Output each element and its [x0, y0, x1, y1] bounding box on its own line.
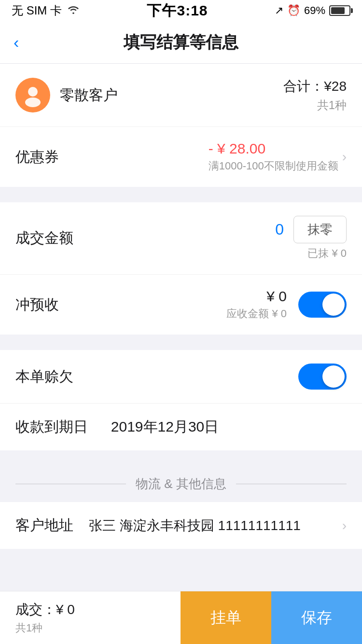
customer-row: 零散客户 合计：¥28 共1种	[0, 64, 362, 126]
avatar	[15, 78, 50, 112]
battery-percent: 69%	[304, 4, 325, 17]
total-count: 共1种	[283, 98, 347, 113]
svg-point-0	[28, 87, 38, 97]
svg-point-1	[25, 98, 41, 107]
wifi-icon	[67, 4, 80, 17]
customer-total: 合计：¥28 共1种	[283, 77, 347, 113]
separator-2	[0, 342, 362, 350]
debt-toggle-knob	[322, 365, 345, 388]
toggle-knob	[322, 294, 345, 316]
transaction-row: 成交金额 0 抹零 已抹 ¥ 0	[0, 202, 362, 275]
alarm-icon: ⏰	[287, 4, 300, 17]
already-rounded: 已抹 ¥ 0	[307, 246, 347, 261]
prepay-sublabel: 应收金额 ¥ 0	[226, 307, 287, 321]
battery-fill	[331, 7, 345, 14]
bottom-count: 共1种	[15, 621, 165, 635]
transaction-label: 成交金额	[15, 228, 73, 248]
transaction-section: 成交金额 0 抹零 已抹 ¥ 0 冲预收 ¥ 0 应收金额 ¥ 0	[0, 202, 362, 335]
logistics-line-left	[15, 484, 126, 484]
page-title: 填写结算等信息	[124, 31, 238, 54]
debt-label: 本单赊欠	[15, 367, 73, 387]
prepay-amount: ¥ 0	[226, 288, 287, 305]
prepay-amount-block: ¥ 0 应收金额 ¥ 0	[226, 288, 287, 321]
status-time: 下午3:18	[147, 1, 208, 21]
logistics-title: 物流 & 其他信息	[136, 476, 226, 492]
nav-bar: ‹ 填写结算等信息	[0, 21, 362, 64]
address-row[interactable]: 客户地址 张三 海淀永丰科技园 11111111111 ›	[0, 502, 362, 549]
bottom-deal-label: 成交：	[15, 602, 56, 617]
duedate-value: 2019年12月30日	[111, 419, 219, 434]
pending-button[interactable]: 挂单	[181, 591, 271, 644]
separator-3	[0, 458, 362, 466]
bottom-actions: 挂单 保存	[181, 591, 362, 644]
coupon-label: 优惠券	[15, 147, 59, 167]
prepay-right: ¥ 0 应收金额 ¥ 0	[226, 288, 347, 321]
coupon-description: 满1000-100不限制使用金额	[209, 159, 338, 173]
separator-1	[0, 195, 362, 202]
debt-section: 本单赊欠 收款到期日 2019年12月30日	[0, 350, 362, 450]
sim-status: 无 SIM 卡	[12, 3, 62, 18]
bottom-deal-row: 成交：¥ 0	[15, 601, 165, 619]
address-label: 客户地址	[15, 516, 73, 535]
total-price: 合计：¥28	[283, 77, 347, 96]
status-left: 无 SIM 卡	[12, 3, 80, 18]
prepay-label: 冲预收	[15, 295, 59, 315]
back-button[interactable]: ‹	[14, 33, 19, 52]
round-zero-button[interactable]: 抹零	[293, 216, 347, 243]
duedate-label: 收款到期日	[15, 419, 88, 434]
address-value: 张三 海淀永丰科技园 11111111111	[89, 517, 342, 535]
save-button[interactable]: 保存	[271, 591, 362, 644]
address-chevron-icon: ›	[342, 518, 347, 533]
main-content: 零散客户 合计：¥28 共1种 优惠券 - ¥ 28.00 满1000-100不…	[0, 64, 362, 615]
status-bar: 无 SIM 卡 下午3:18 ↗ ⏰ 69%	[0, 0, 362, 21]
prepay-row: 冲预收 ¥ 0 应收金额 ¥ 0	[0, 275, 362, 335]
debt-row: 本单赊欠	[0, 350, 362, 403]
coupon-amount-block: - ¥ 28.00 满1000-100不限制使用金额	[209, 140, 338, 173]
coupon-row[interactable]: 优惠券 - ¥ 28.00 满1000-100不限制使用金额 ›	[0, 126, 362, 187]
location-icon: ↗	[275, 4, 283, 17]
battery-icon	[329, 5, 350, 16]
coupon-discount: - ¥ 28.00	[209, 140, 338, 157]
prepay-toggle[interactable]	[298, 292, 347, 318]
customer-section: 零散客户 合计：¥28 共1种 优惠券 - ¥ 28.00 满1000-100不…	[0, 64, 362, 187]
transaction-right: 0 抹零	[275, 216, 347, 243]
logistics-line-right	[236, 484, 347, 484]
chevron-right-icon: ›	[342, 149, 347, 165]
bottom-deal-amount: ¥ 0	[56, 602, 75, 617]
transaction-amount: 0	[275, 221, 284, 238]
debt-toggle[interactable]	[298, 364, 347, 390]
bottom-summary: 成交：¥ 0 共1种	[0, 601, 181, 635]
logistics-header: 物流 & 其他信息	[0, 466, 362, 502]
address-section: 客户地址 张三 海淀永丰科技园 11111111111 ›	[0, 502, 362, 549]
bottom-bar: 成交：¥ 0 共1种 挂单 保存	[0, 591, 362, 644]
status-right: ↗ ⏰ 69%	[275, 4, 350, 17]
customer-info-left: 零散客户	[15, 78, 118, 112]
duedate-row: 收款到期日 2019年12月30日	[0, 403, 362, 450]
customer-name: 零散客户	[60, 85, 118, 105]
